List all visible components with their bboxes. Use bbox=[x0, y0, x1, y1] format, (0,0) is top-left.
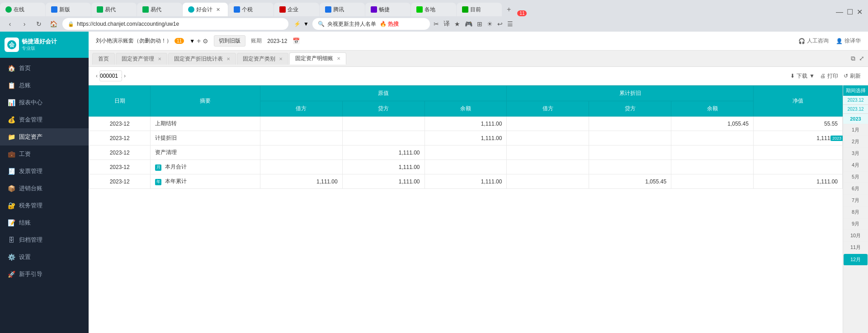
switch-version-button[interactable]: 切到旧版 bbox=[214, 35, 245, 47]
download-button[interactable]: ⬇ 下载 ▼ bbox=[790, 72, 815, 80]
next-page-button[interactable]: › bbox=[124, 73, 126, 79]
tab-label: 固定资产折旧统计表 bbox=[174, 55, 223, 63]
dropdown-icon[interactable]: ▼ bbox=[189, 38, 195, 44]
browser-tab-tencent[interactable]: 腾讯 bbox=[320, 3, 365, 16]
tab-fixed-assets-mgmt[interactable]: 固定资产管理 ✕ bbox=[116, 53, 167, 65]
hot-search-label: 🔥 热搜 bbox=[380, 20, 399, 28]
period-month-6[interactable]: 6月 bbox=[843, 183, 868, 195]
settings-btn[interactable]: ⚙ bbox=[203, 38, 208, 45]
sidebar-item-archive[interactable]: 🗄 归档管理 bbox=[0, 231, 89, 249]
dropdown-chevron[interactable]: ▼ bbox=[809, 73, 815, 79]
home-button[interactable]: 🏠 bbox=[48, 19, 59, 29]
restore-icon[interactable]: ⧉ bbox=[851, 55, 855, 62]
period-selected-2[interactable]: 2023.12 bbox=[843, 105, 868, 114]
period-month-1[interactable]: 1月 bbox=[843, 124, 868, 136]
minimize-icon[interactable]: — bbox=[836, 8, 843, 16]
browser-tab-mubiao[interactable]: 目前 bbox=[457, 3, 502, 16]
sidebar-item-tax[interactable]: 🔐 税务管理 bbox=[0, 197, 89, 214]
period-month-2[interactable]: 2月 bbox=[843, 136, 868, 148]
browser-tab-chang[interactable]: 畅捷 bbox=[365, 3, 410, 16]
browser-tab-qiye[interactable]: 企业 bbox=[274, 3, 319, 16]
period-month-11[interactable]: 11月 bbox=[843, 242, 868, 253]
tab-close-icon[interactable]: ✕ bbox=[337, 56, 340, 61]
sidebar-item-invoice[interactable]: 🧾 发票管理 bbox=[0, 163, 89, 180]
forward-button[interactable]: › bbox=[19, 19, 30, 29]
period-month-5[interactable]: 5月 bbox=[843, 171, 868, 183]
tab-close-icon[interactable]: ✕ bbox=[226, 56, 230, 61]
tab-fixed-assets-detail[interactable]: 固定资产明细账 ✕ bbox=[289, 52, 346, 65]
period-month-9[interactable]: 9月 bbox=[843, 218, 868, 230]
sidebar-item-home[interactable]: 🏠 首页 bbox=[0, 60, 89, 77]
search-box[interactable]: 🔍 央视更新主持人名单 🔥 热搜 bbox=[312, 18, 430, 30]
browser-tab-new[interactable]: 新版 bbox=[46, 3, 91, 16]
cell-depr-debit bbox=[507, 117, 589, 131]
close-window-icon[interactable]: ✕ bbox=[857, 8, 863, 16]
period-year[interactable]: 2023 bbox=[843, 114, 868, 124]
logo-text: 畅捷通好会计 bbox=[22, 38, 57, 46]
sidebar-item-payroll[interactable]: 💼 工资 bbox=[0, 145, 89, 163]
user-profile-button[interactable]: 👤 徐译华 bbox=[836, 37, 861, 45]
scissors-icon[interactable]: ✂ bbox=[434, 20, 439, 28]
cell-orig-credit: 1,111.00 bbox=[342, 145, 425, 160]
period-month-8[interactable]: 8月 bbox=[843, 206, 868, 218]
new-tab-button[interactable]: + bbox=[502, 3, 515, 16]
sidebar-item-settings[interactable]: ⚙️ 设置 bbox=[0, 249, 89, 266]
period-month-10[interactable]: 10月 bbox=[843, 230, 868, 242]
sidebar-item-reports[interactable]: 📊 报表中心 bbox=[0, 94, 89, 111]
undo-icon[interactable]: ↩ bbox=[497, 20, 503, 28]
tab-label: 在线 bbox=[14, 6, 24, 14]
sidebar-item-guide[interactable]: 🚀 新手引导 bbox=[0, 266, 89, 283]
site-icon: ⚡ bbox=[294, 21, 301, 27]
sidebar-item-close[interactable]: 📝 结账 bbox=[0, 214, 89, 231]
browser-tab-online[interactable]: 在线 bbox=[0, 3, 45, 16]
sidebar-item-ledger[interactable]: 📋 总账 bbox=[0, 77, 89, 94]
calendar-icon[interactable]: 📅 bbox=[292, 38, 300, 44]
tab-label: 新版 bbox=[59, 6, 70, 14]
period-month-12[interactable]: 12月 bbox=[844, 254, 868, 266]
summary-text: 计提折旧 bbox=[155, 135, 177, 141]
tab-fixed-assets-category[interactable]: 固定资产类别 ✕ bbox=[237, 53, 288, 65]
expand-icon[interactable]: ⤢ bbox=[859, 55, 864, 62]
grid-icon[interactable]: ⊞ bbox=[477, 20, 482, 28]
funds-icon: 💰 bbox=[7, 116, 15, 124]
add-button[interactable]: + bbox=[197, 37, 201, 45]
print-button[interactable]: 🖨 打印 bbox=[820, 72, 838, 80]
back-button[interactable]: ‹ bbox=[5, 19, 15, 29]
browser-tab-yidai2[interactable]: 易代 bbox=[137, 3, 182, 16]
expand-icon[interactable]: ▼ bbox=[303, 21, 309, 27]
refresh-button[interactable]: ↻ bbox=[33, 19, 44, 29]
cell-orig-balance: 1,111.00 bbox=[425, 174, 507, 189]
tab-depreciation-stats[interactable]: 固定资产折旧统计表 ✕ bbox=[168, 53, 236, 65]
brightness-icon[interactable]: ☀ bbox=[487, 20, 493, 28]
browser-tab-gedi[interactable]: 各地 bbox=[411, 3, 456, 16]
prev-page-button[interactable]: ‹ bbox=[96, 73, 98, 79]
game-icon[interactable]: 🎮 bbox=[465, 20, 472, 28]
period-month-7[interactable]: 7月 bbox=[843, 195, 868, 206]
sidebar-item-fixed-assets[interactable]: 📁 固定资产 bbox=[0, 128, 89, 145]
tab-home[interactable]: 首页 bbox=[92, 53, 115, 65]
browser-tab-geshui[interactable]: 个税 bbox=[228, 3, 274, 16]
cell-depr-credit bbox=[589, 160, 671, 174]
translate-icon[interactable]: 译 bbox=[443, 20, 450, 28]
menu-icon[interactable]: ☰ bbox=[507, 20, 513, 28]
service-button[interactable]: 🎧 人工咨询 bbox=[798, 37, 829, 45]
tab-close-icon[interactable]: ✕ bbox=[216, 7, 220, 13]
refresh-button[interactable]: ↺ 刷新 bbox=[844, 72, 861, 80]
address-bar: ‹ › ↻ 🏠 🔒 https://cloud.chanjet.com/acco… bbox=[0, 16, 868, 32]
period-month-3[interactable]: 3月 bbox=[843, 148, 868, 159]
tab-close-icon[interactable]: ✕ bbox=[279, 56, 283, 61]
browser-tab-haokuaiji[interactable]: 好会计 ✕ bbox=[183, 3, 228, 16]
browser-tab-yidai1[interactable]: 易代 bbox=[91, 3, 137, 16]
url-bar[interactable]: 🔒 https://cloud.chanjet.com/accounting/u… bbox=[62, 18, 288, 30]
sidebar-item-funds[interactable]: 💰 资金管理 bbox=[0, 111, 89, 128]
sidebar-item-inventory[interactable]: 📦 进销台账 bbox=[0, 180, 89, 197]
period-month-4[interactable]: 4月 bbox=[843, 159, 868, 171]
page-input[interactable] bbox=[99, 70, 122, 81]
content-area: ‹ › ⬇ 下载 ▼ 🖨 打印 ↺ 刷新 bbox=[89, 67, 868, 333]
maximize-icon[interactable]: ☐ bbox=[847, 8, 853, 16]
cell-date: 2023-12 bbox=[89, 145, 151, 160]
star-icon[interactable]: ★ bbox=[454, 20, 460, 28]
tab-close-icon[interactable]: ✕ bbox=[158, 56, 161, 61]
period-selected-1[interactable]: 2023.12 bbox=[843, 96, 868, 105]
period-label: 账期 bbox=[251, 37, 262, 45]
